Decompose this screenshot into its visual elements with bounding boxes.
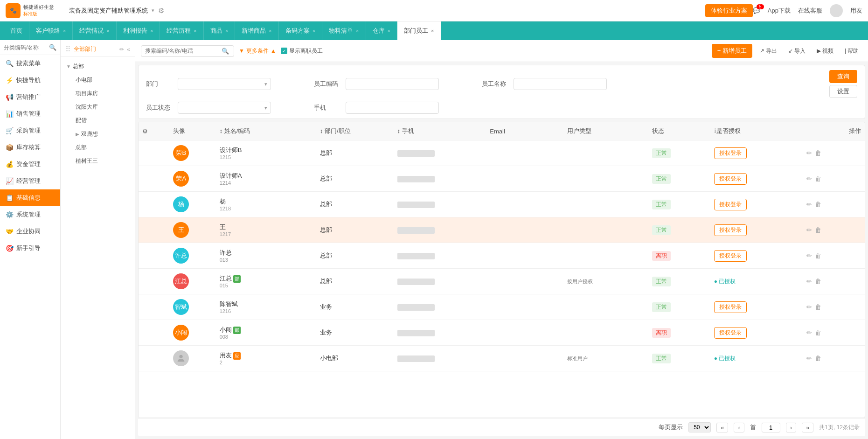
close-tab-icon[interactable]: × — [63, 28, 66, 34]
sort-phone-icon[interactable]: ↕ — [397, 127, 401, 134]
delete-icon[interactable]: 🗑 — [815, 252, 821, 259]
app-download-link[interactable]: App下载 — [768, 7, 791, 15]
dept-node-shenyang[interactable]: 沈阳大库 — [70, 100, 135, 114]
close-tab-icon[interactable]: × — [106, 28, 109, 34]
show-resigned-toggle[interactable]: ✓ 显示离职员工 — [281, 47, 323, 55]
close-tab-icon[interactable]: × — [356, 28, 359, 34]
user-avatar[interactable] — [830, 4, 843, 17]
sidebar-item-搜索菜单[interactable]: 🔍搜索菜单 — [0, 55, 60, 72]
set-button[interactable]: 设置 — [829, 85, 857, 98]
dept-node-zhishu[interactable]: 植树王三 — [70, 154, 135, 168]
dept-node-zongbu[interactable]: 总部 — [70, 141, 135, 154]
page-number-input[interactable] — [762, 423, 780, 432]
sidebar-item-营销推广[interactable]: 📢营销推广 — [0, 89, 60, 105]
close-tab-icon[interactable]: × — [150, 28, 153, 34]
nav-tab-利润报告[interactable]: 利润报告 × — [117, 21, 160, 40]
sidebar-item-经营管理[interactable]: 📈经营管理 — [0, 173, 60, 189]
delete-icon[interactable]: 🗑 — [815, 175, 821, 182]
search-input[interactable] — [145, 48, 220, 54]
edit-icon[interactable]: ✏ — [806, 149, 812, 157]
query-button[interactable]: 查询 — [829, 70, 857, 83]
sidebar-item-快捷导航[interactable]: ⚡快捷导航 — [0, 72, 60, 89]
dept-node-shuanglu[interactable]: ▶ 双鹿想 — [70, 127, 135, 141]
auth-login-btn[interactable]: 授权登录 — [714, 147, 747, 159]
import-btn[interactable]: ↙ 导入 — [785, 45, 809, 57]
status-select[interactable] — [178, 102, 271, 114]
dept-node-root[interactable]: ▼ 总部 — [61, 60, 135, 73]
close-tab-icon[interactable]: × — [194, 28, 196, 34]
sidebar-item-新手引导[interactable]: 🎯新手引导 — [0, 240, 60, 257]
dept-select[interactable] — [178, 78, 271, 90]
delete-icon[interactable]: 🗑 — [815, 149, 821, 157]
prev-page-btn[interactable]: ‹ — [734, 423, 744, 432]
system-title-dropdown[interactable]: ▾ — [152, 7, 154, 14]
sidebar-item-基础信息[interactable]: 📋基础信息 — [0, 189, 60, 206]
sidebar-item-采购管理[interactable]: 🛒采购管理 — [0, 122, 60, 139]
nav-tab-新增商品[interactable]: 新增商品 × — [235, 21, 278, 40]
delete-icon[interactable]: 🗑 — [815, 278, 821, 285]
dept-node-peihuo[interactable]: 配货 — [70, 114, 135, 127]
next-page-btn[interactable]: › — [786, 423, 796, 432]
delete-icon[interactable]: 🗑 — [815, 355, 821, 362]
page-size-select[interactable]: 50 — [688, 422, 711, 432]
employee-code-input[interactable] — [346, 78, 439, 90]
delete-icon[interactable]: 🗑 — [815, 329, 821, 336]
view-btn[interactable]: ▶ 视频 — [813, 45, 837, 57]
help-btn[interactable]: | 帮助 — [841, 45, 862, 57]
edit-icon[interactable]: ✏ — [806, 252, 812, 259]
sidebar-item-企业协同[interactable]: 🤝企业协同 — [0, 223, 60, 240]
edit-icon[interactable]: ✏ — [806, 278, 812, 285]
nav-tab-经营历程[interactable]: 经营历程 × — [160, 21, 203, 40]
add-employee-button[interactable]: + 新增员工 — [712, 44, 752, 58]
close-tab-icon[interactable]: × — [225, 28, 228, 34]
nav-tab-商品[interactable]: 商品 × — [204, 21, 235, 40]
edit-icon[interactable]: ✏ — [806, 355, 812, 362]
close-tab-icon[interactable]: × — [388, 28, 390, 34]
auth-login-btn[interactable]: 授权登录 — [714, 199, 747, 210]
export-btn[interactable]: ↗ 导出 — [756, 45, 781, 57]
delete-icon[interactable]: 🗑 — [815, 303, 821, 311]
close-tab-icon[interactable]: × — [269, 28, 271, 34]
nav-tab-物料清单[interactable]: 物料清单 × — [322, 21, 366, 40]
dept-node-xiaodibu[interactable]: 小电部 — [70, 73, 135, 87]
online-service-link[interactable]: 在线客服 — [798, 7, 822, 15]
auth-login-btn[interactable]: 授权登录 — [714, 173, 747, 185]
nav-tab-首页[interactable]: 首页 — [4, 21, 29, 40]
nav-tab-部门员工[interactable]: 部门员工 × — [397, 21, 441, 40]
edit-icon[interactable]: ✏ — [806, 226, 812, 234]
phone-input[interactable] — [346, 102, 439, 114]
employee-name-input[interactable] — [514, 78, 607, 90]
sort-name-icon[interactable]: ↕ — [220, 127, 223, 134]
auth-login-btn[interactable]: 授权登录 — [714, 327, 747, 339]
trial-button[interactable]: 体验行业方案 — [705, 4, 753, 17]
auth-login-btn[interactable]: 授权登录 — [714, 250, 747, 262]
edit-icon[interactable]: ✏ — [806, 329, 812, 336]
last-page-btn[interactable]: » — [802, 423, 813, 432]
first-page-btn[interactable]: « — [716, 423, 728, 432]
sidebar-item-库存核算[interactable]: 📦库存核算 — [0, 139, 60, 156]
dept-edit-icon[interactable]: ✏ — [119, 46, 124, 53]
nav-tab-仓库[interactable]: 仓库 × — [366, 21, 397, 40]
dept-node-xiangmu[interactable]: 项目库房 — [70, 87, 135, 100]
dept-collapse-icon[interactable]: « — [127, 46, 130, 53]
nav-tab-条码方案[interactable]: 条码方案 × — [279, 21, 322, 40]
sidebar-search-input[interactable] — [4, 44, 49, 51]
sidebar-item-系统管理[interactable]: ⚙️系统管理 — [0, 206, 60, 223]
auth-login-btn[interactable]: 授权登录 — [714, 224, 747, 236]
edit-icon[interactable]: ✏ — [806, 303, 812, 311]
close-tab-icon[interactable]: × — [431, 28, 434, 34]
close-tab-icon[interactable]: × — [312, 28, 315, 34]
sidebar-item-销售管理[interactable]: 📊销售管理 — [0, 105, 60, 122]
sidebar-item-资金管理[interactable]: 💰资金管理 — [0, 156, 60, 173]
nav-tab-客户联络[interactable]: 客户联络 × — [29, 21, 73, 40]
nav-tab-经营情况[interactable]: 经营情况 × — [73, 21, 116, 40]
sort-dept-icon[interactable]: ↕ — [320, 127, 323, 134]
delete-icon[interactable]: 🗑 — [815, 201, 821, 208]
message-icon[interactable]: 💬 5 — [753, 7, 760, 14]
more-filters-btn[interactable]: ▼ 更多条件 ▲ — [239, 47, 276, 55]
settings-icon[interactable]: ⚙ — [158, 7, 164, 15]
edit-icon[interactable]: ✏ — [806, 175, 812, 182]
delete-icon[interactable]: 🗑 — [815, 226, 821, 234]
auth-login-btn[interactable]: 授权登录 — [714, 301, 747, 313]
edit-icon[interactable]: ✏ — [806, 201, 812, 208]
